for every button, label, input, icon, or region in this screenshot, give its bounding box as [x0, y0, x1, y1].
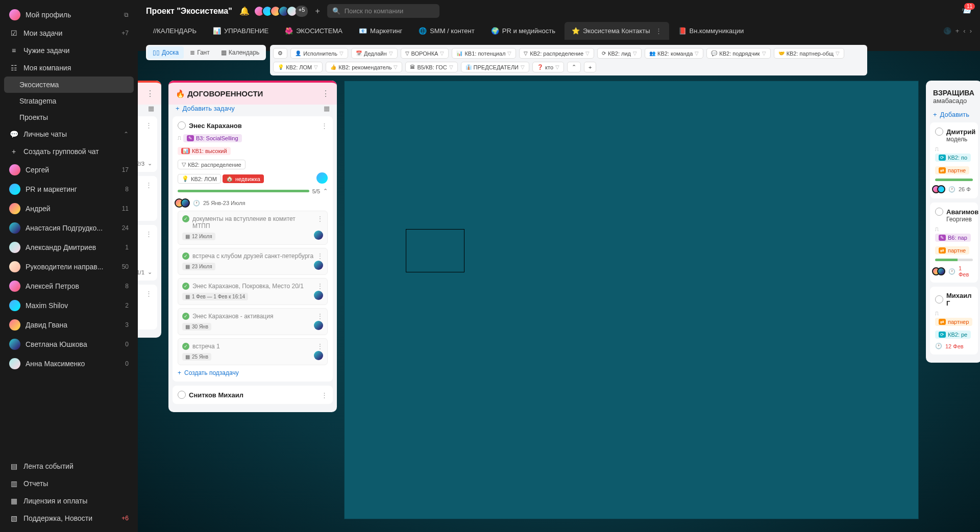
subtask[interactable]: ✓Энес Караханов - активация⋮▦30 Янв	[178, 308, 328, 335]
check-done-icon[interactable]: ✓	[182, 215, 189, 222]
check-done-icon[interactable]: ✓	[182, 283, 189, 290]
globe-icon[interactable]: 🌑	[943, 27, 951, 35]
chat-item[interactable]: Александр Дмитриев1	[4, 238, 134, 257]
filter-collapse[interactable]: ⌃	[567, 62, 581, 72]
create-subtask[interactable]: +Создать подзадачу	[178, 369, 328, 376]
filter-chip[interactable]: 👔ПРЕДСЕДАТЕЛИ▽	[461, 62, 529, 72]
subtask-more-icon[interactable]: ⋮	[317, 252, 323, 260]
layout-icon[interactable]: ▦	[148, 105, 154, 112]
card-more-icon[interactable]: ⋮	[145, 121, 152, 129]
my-tasks[interactable]: ☑ Мои задачи +7	[4, 24, 134, 42]
column-more-icon[interactable]: ⋮	[146, 89, 154, 98]
chevron-down-icon[interactable]: ⌄	[148, 160, 152, 167]
view-calendar[interactable]: ▦Календарь	[216, 46, 265, 59]
check-done-icon[interactable]: ✓	[182, 313, 189, 320]
filter-chip[interactable]: 👥КВ2: команда▽	[645, 48, 703, 59]
chat-item[interactable]: Сергей17	[4, 160, 134, 180]
filter-chip[interactable]: ▽ВОРОНКА▽	[401, 48, 449, 59]
reports[interactable]: ▥Отчеты	[4, 475, 134, 492]
subtask[interactable]: ✓Энес Караханов, Покровка, Место 20/1⋮▦1…	[178, 278, 328, 305]
task-card[interactable]: Михаил Г ⎍⇄партнер ⟳КВ2: ре 🕐12 Фев	[930, 287, 978, 354]
tab[interactable]: //КАЛЕНДАРЬ	[146, 22, 204, 40]
support[interactable]: ▧Поддержка, Новости+6	[4, 510, 134, 527]
add-task[interactable]: +Добавить задачу▦	[168, 105, 337, 116]
notifications-button[interactable]: 📨 11	[962, 6, 972, 16]
subtask[interactable]: ✓встреча 1⋮▦25 Янв	[178, 338, 328, 365]
chat-item[interactable]: Светлана Юшкова0	[4, 335, 134, 354]
filter-chip[interactable]: 💬КВ2: подрядчик▽	[706, 48, 770, 59]
filter-chip[interactable]: ⟳КВ2: лид▽	[597, 48, 642, 59]
task-card[interactable]: Энес Караханов ⋮ ⎍✎B3: SocialSelling 📊КВ…	[173, 116, 333, 382]
add-task[interactable]: ...чу▦	[138, 105, 161, 116]
card-more-icon[interactable]: ⋮	[145, 290, 152, 297]
sidebar-toggle-icon[interactable]: ⧉	[124, 11, 129, 18]
task-card[interactable]: ...⋮...датель1/1⌄	[138, 225, 157, 281]
subtask-more-icon[interactable]: ⋮	[317, 313, 323, 320]
filter-chip[interactable]: 💡КВ2: ЛОМ▽	[273, 62, 323, 72]
my-company[interactable]: ☷ Моя компания	[4, 59, 134, 77]
tab[interactable]: ⭐Экосистема Контакты⋮	[565, 22, 669, 40]
tab[interactable]: 🌍PR и медийность	[484, 22, 562, 40]
filter-chip[interactable]: 📅Дедлайн▽	[351, 48, 398, 59]
check-icon[interactable]	[935, 208, 943, 216]
filter-chip[interactable]: 👍КВ2: рекомендатель▽	[326, 62, 402, 72]
add-tab-icon[interactable]: +	[955, 27, 960, 35]
tab-more-icon[interactable]: ⋮	[655, 27, 662, 35]
tab[interactable]: 📧Маркетинг	[352, 22, 409, 40]
subtask-more-icon[interactable]: ⋮	[317, 283, 323, 290]
add-member-icon[interactable]: +	[315, 7, 320, 16]
task-card[interactable]: Снитков Михаил ⋮	[173, 386, 333, 404]
chevron-down-icon[interactable]: ⌄	[148, 269, 152, 275]
others-tasks[interactable]: ≡ Чужие задачи	[4, 42, 134, 59]
filter-chip[interactable]: 👤Исполнитель▽	[290, 48, 348, 59]
task-card[interactable]: Авагимов Георгиев ⎍✎B6: пар ⇄партне 🕐1 Ф…	[930, 202, 978, 283]
card-more-icon[interactable]: ⋮	[145, 230, 152, 238]
member-avatars[interactable]: +5	[257, 6, 308, 17]
filter-settings[interactable]: ⚙	[273, 48, 287, 59]
sub-stratagema[interactable]: Stratagema	[4, 93, 134, 109]
tab-prev-icon[interactable]: ‹	[963, 27, 965, 35]
sub-projects[interactable]: Проекты	[4, 109, 134, 125]
check-icon[interactable]	[178, 121, 186, 130]
chevron-up-icon[interactable]: ⌃	[323, 188, 328, 194]
chat-item[interactable]: Руководители направ...50	[4, 257, 134, 276]
task-card[interactable]: ...ов⋮...ик2/3⌄	[138, 116, 157, 172]
filter-chip[interactable]: 🤝КВ2: партнер-общ▽	[774, 48, 844, 59]
card-more-icon[interactable]: ⋮	[321, 391, 328, 399]
filter-chip[interactable]: ▽КВ2: распределение▽	[519, 48, 594, 59]
create-group-chat[interactable]: + Создать групповой чат	[4, 143, 134, 160]
task-card[interactable]: ...рин⋮...бщ	[138, 176, 157, 221]
feed[interactable]: ▤Лента событий	[4, 458, 134, 475]
check-icon[interactable]	[935, 295, 943, 303]
view-gantt[interactable]: ≣Гант	[185, 46, 215, 59]
chat-item[interactable]: PR и маркетинг8	[4, 180, 134, 199]
subtask[interactable]: ✓документы на вступление в комитет МТПП⋮…	[178, 211, 328, 245]
search-input[interactable]: 🔍 Поиск по компании	[327, 4, 439, 18]
subtask[interactable]: ✓встреча с клубом друзей санкт-петербург…	[178, 248, 328, 275]
chat-item[interactable]: Андрей11	[4, 199, 134, 218]
add-task[interactable]: +Добавить	[926, 111, 980, 122]
subtask-more-icon[interactable]: ⋮	[317, 215, 323, 222]
subtask-more-icon[interactable]: ⋮	[317, 343, 323, 350]
profile-row[interactable]: Мой профиль ⧉	[4, 5, 134, 24]
layout-icon[interactable]: ▦	[324, 105, 330, 112]
sub-ecosystem[interactable]: Экосистема	[4, 77, 134, 93]
filter-chip[interactable]: ❓кто▽	[532, 62, 564, 72]
chat-item[interactable]: Анастасия Подгрудко...24	[4, 218, 134, 238]
card-more-icon[interactable]: ⋮	[321, 122, 328, 130]
check-done-icon[interactable]: ✓	[182, 252, 189, 260]
card-more-icon[interactable]: ⋮	[145, 181, 152, 189]
tab[interactable]: 📊УПРАВЛЕНИЕ	[206, 22, 276, 40]
tab[interactable]: 📕Вн.коммуникации	[671, 22, 751, 40]
column-more-icon[interactable]: ⋮	[322, 89, 330, 98]
task-card[interactable]: Дмитрий модель ⎍⟳КВ2: по ⇄партне 🕐26 Ф	[930, 122, 978, 198]
filter-add[interactable]: +	[584, 62, 596, 72]
tab[interactable]: 🌺ЭКОСИСТЕМА	[278, 22, 350, 40]
chat-item[interactable]: Алексей Петров8	[4, 276, 134, 296]
view-board[interactable]: ▯▯Доска	[148, 46, 184, 59]
filter-chip[interactable]: 📊КВ1: потенциал▽	[452, 48, 516, 59]
check-done-icon[interactable]: ✓	[182, 343, 189, 350]
chat-item[interactable]: Анна Максименко0	[4, 354, 134, 373]
check-icon[interactable]	[178, 391, 186, 399]
check-icon[interactable]	[935, 128, 943, 136]
